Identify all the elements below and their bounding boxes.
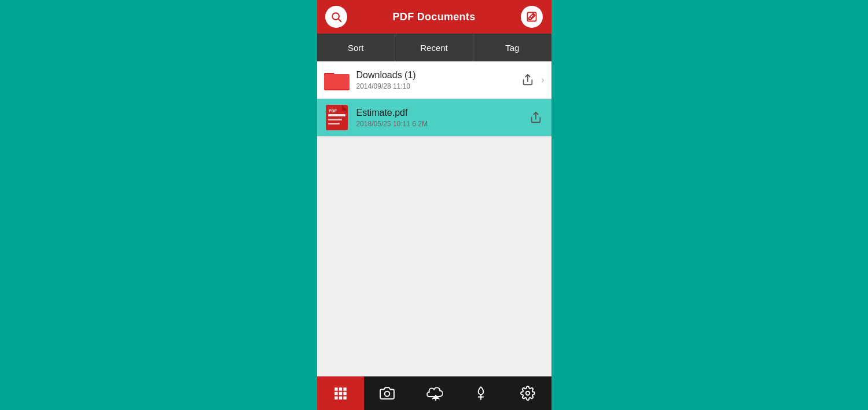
- sort-button[interactable]: Sort: [317, 34, 395, 61]
- file-list: Downloads (1) 2014/09/28 11:10 ›: [317, 61, 551, 376]
- recent-label: Recent: [420, 43, 448, 53]
- svg-point-24: [385, 391, 390, 397]
- svg-rect-19: [343, 387, 346, 390]
- svg-text:PDF: PDF: [329, 109, 337, 113]
- toolbar: Sort Recent Tag: [317, 34, 551, 61]
- svg-line-1: [338, 19, 341, 22]
- app-container: PDF Documents Sort Recent Tag: [317, 0, 551, 410]
- list-item[interactable]: Downloads (1) 2014/09/28 11:10 ›: [317, 61, 551, 99]
- svg-rect-6: [324, 74, 350, 89]
- share-button[interactable]: [519, 71, 536, 89]
- pdf-icon-container: PDF: [324, 105, 350, 130]
- svg-rect-16: [339, 387, 342, 390]
- cloud-icon: [425, 386, 443, 401]
- item-actions: ›: [519, 71, 544, 89]
- folder-icon: [324, 69, 350, 90]
- svg-rect-21: [334, 396, 337, 399]
- svg-rect-15: [334, 387, 337, 390]
- documents-icon: [333, 386, 348, 401]
- svg-rect-20: [343, 392, 346, 395]
- nav-item-cloud[interactable]: [411, 376, 458, 410]
- search-button[interactable]: [325, 6, 347, 28]
- svg-rect-18: [339, 392, 342, 395]
- share-icon: [529, 111, 542, 124]
- list-item[interactable]: PDF Estimate.pdf 2018/05/25 10:11 6.2M: [317, 99, 551, 137]
- camera-icon: [380, 386, 395, 401]
- share-icon: [521, 74, 534, 86]
- nav-item-documents[interactable]: [317, 376, 364, 410]
- item-name: Downloads (1): [356, 70, 520, 80]
- svg-rect-11: [328, 119, 342, 120]
- share-button[interactable]: [527, 109, 545, 126]
- bottom-nav: [317, 376, 551, 410]
- sort-label: Sort: [348, 43, 364, 53]
- svg-rect-12: [328, 123, 340, 125]
- item-meta: 2014/09/28 11:10: [356, 82, 520, 90]
- header: PDF Documents: [317, 0, 551, 34]
- edit-button[interactable]: [521, 6, 543, 28]
- tag-button[interactable]: Tag: [473, 34, 551, 61]
- settings-icon: [520, 386, 535, 401]
- item-info: Downloads (1) 2014/09/28 11:10: [356, 70, 520, 90]
- svg-rect-17: [334, 392, 337, 395]
- svg-rect-23: [343, 396, 346, 399]
- header-title: PDF Documents: [393, 11, 476, 23]
- svg-rect-10: [328, 114, 345, 116]
- search-icon: [330, 11, 342, 23]
- svg-point-28: [526, 391, 530, 396]
- nav-item-tools[interactable]: [458, 376, 505, 410]
- nav-item-camera[interactable]: [364, 376, 411, 410]
- pdf-icon: PDF: [326, 105, 348, 130]
- item-info: Estimate.pdf 2018/05/25 10:11 6.2M: [356, 108, 527, 128]
- recent-button[interactable]: Recent: [395, 34, 473, 61]
- tools-icon: [473, 386, 488, 401]
- item-actions: [527, 109, 545, 126]
- item-meta: 2018/05/25 10:11 6.2M: [356, 120, 527, 128]
- item-name: Estimate.pdf: [356, 108, 527, 118]
- edit-icon: [526, 11, 538, 23]
- svg-rect-22: [339, 396, 342, 399]
- folder-icon-container: [324, 67, 350, 93]
- nav-item-settings[interactable]: [505, 376, 551, 410]
- chevron-right-icon: ›: [541, 75, 544, 85]
- tag-label: Tag: [505, 43, 519, 53]
